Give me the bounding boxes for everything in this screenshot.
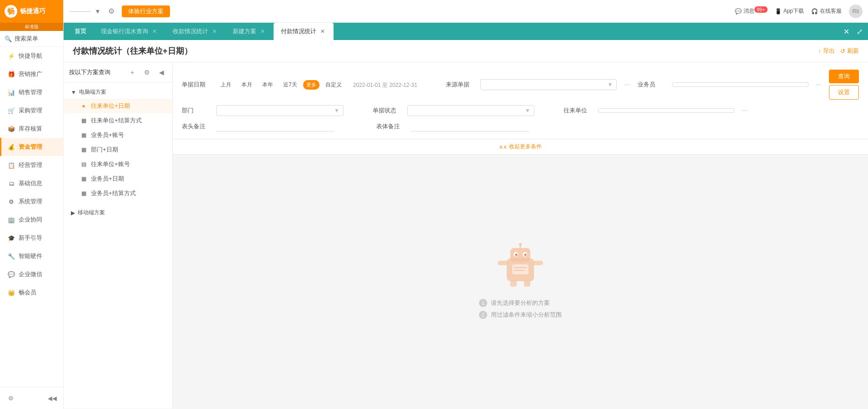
scheme-settings-btn[interactable]: ⚙ [141,67,152,78]
source-dots[interactable]: ··· [624,81,630,89]
page-header: 付款情况统计（往来单位+日期） ↑ 导出 ↺ 刷新 [64,40,868,62]
sidebar-item-system[interactable]: ⚙系统管理 [0,192,63,211]
sidebar-label-system: 系统管理 [19,197,42,206]
close-all-tabs-btn[interactable]: ✕ [842,25,851,38]
custom-btn[interactable]: 自定义 [321,80,346,90]
app-download-btn[interactable]: 📱 App下载 [775,7,804,15]
add-scheme-btn[interactable]: + [127,67,138,78]
tab-receivables[interactable]: 收款情况统计✕ [165,23,225,40]
sidebar-item-marketing[interactable]: 🎁营销推广 [0,65,63,83]
sidebar-item-sales[interactable]: 📊销售管理 [0,83,63,101]
sidebar-item-operations[interactable]: 📋经营管理 [0,156,63,174]
breadcrumb-chevron[interactable]: ▼ [95,8,101,15]
sidebar-item-finance[interactable]: 💰资金管理 [0,138,63,156]
sidebar-item-quick-nav[interactable]: ⚡快捷导航 [0,47,63,65]
logo-main: 畅捷通巧 [20,8,45,15]
query-btn[interactable]: 查询 [829,70,859,83]
collapse-bar[interactable]: ∧∧ 收起更多条件 [173,139,868,155]
topbar-gear-btn[interactable]: ⚙ [105,5,118,18]
sidebar-label-quick-nav: 快捷导航 [19,52,42,60]
customer-service-btn[interactable]: 🎧 在线客服 [811,7,842,15]
tip-num-2: 2 [479,311,487,319]
scheme-item-unit-account[interactable]: ▤往来单位+账号 [64,157,172,172]
export-btn[interactable]: ↑ 导出 [818,47,835,55]
scheme-icon-staff-account: ▦ [80,131,87,139]
last-7-btn[interactable]: 近7天 [279,80,301,90]
sidebar-item-enterprise[interactable]: 🏢企业协同 [0,211,63,229]
sidebar-label-wechat: 企业微信 [19,270,42,278]
tab-home[interactable]: 首页 [67,23,94,40]
filter-area: 单据日期 上月 本月 本年 近7天 更多 自定义 2022-01-01 至 20… [173,62,868,139]
tab-new-scheme[interactable]: 新建方案✕ [225,23,274,40]
this-year-btn[interactable]: 本年 [258,80,277,90]
trial-btn[interactable]: 体验行业方案 [122,5,170,17]
scheme-icon-staff-settlement: ▦ [80,190,87,197]
desktop-group-title[interactable]: ▼ 电脑端方案 [64,86,172,99]
sidebar-item-member[interactable]: 👑畅会员 [0,283,63,302]
scheme-icon-staff-date: ▦ [80,175,87,182]
sidebar-label-hardware: 智能硬件 [19,252,42,260]
partner-dots[interactable]: ··· [742,106,748,115]
scheme-item-staff-account[interactable]: ▦业务员+账号 [64,128,172,142]
collapse-left-btn[interactable]: ◀ [156,67,167,78]
logo-icon: 畅 [5,5,17,18]
search-menu[interactable]: 🔍 搜索菜单 [0,31,63,47]
sidebar-nav: ⚡快捷导航🎁营销推广📊销售管理🛒采购管理📦库存核算💰资金管理📋经营管理🗂基础信息… [0,47,63,387]
table-header-notes-label: 表头备注 [182,122,209,131]
tabs-right-actions: ✕ ⤢ [842,25,864,38]
sidebar-item-basic[interactable]: 🗂基础信息 [0,174,63,192]
refresh-btn[interactable]: ↺ 刷新 [840,47,859,55]
sidebar-item-wechat[interactable]: 💬企业微信 [0,265,63,283]
scheme-item-unit-date[interactable]: ●往来单位+日期 [64,99,172,113]
chevron-icon: ▼ [71,89,76,96]
close-tab-bank[interactable]: ✕ [151,28,158,35]
enterprise-icon: 🏢 [7,215,16,224]
table-body-notes-input[interactable] [411,121,529,131]
messages-btn[interactable]: 💬 消息 99+ [735,7,768,15]
dept-select[interactable]: ▼ [216,105,344,116]
user-avatar[interactable]: Rit [849,5,863,18]
sidebar-item-purchase[interactable]: 🛒采购管理 [0,101,63,120]
chevron-right-icon: ▶ [71,210,75,216]
purchase-icon: 🛒 [7,106,16,115]
maximize-btn[interactable]: ⤢ [855,25,864,38]
content-body: 按以下方案查询 + ⚙ ◀ ▼ 电脑端方案 ●往来单位+日期▦往来单位+结算方式… [64,62,868,409]
sidebar-label-purchase: 采购管理 [19,106,42,115]
headset-icon: 🎧 [811,8,818,15]
close-tab-receivables[interactable]: ✕ [211,28,218,35]
tab-payments[interactable]: 付款情况统计✕ [274,23,334,40]
svg-point-4 [515,254,518,256]
scheme-item-dept-date[interactable]: ▦部门+日期 [64,142,172,157]
guide-icon: 🎓 [7,233,16,242]
mobile-group-title[interactable]: ▶ 移动端方案 [64,206,172,219]
last-month-btn[interactable]: 上月 [216,80,235,90]
tab-label-bank: 现金银行流水查询 [101,27,148,35]
close-tab-payments[interactable]: ✕ [319,28,326,35]
filter-row-2: 部门 ▼ 单据状态 ▼ 往来单位 [182,105,859,116]
tab-label-receivables: 收款情况统计 [173,27,208,35]
sidebar-item-inventory[interactable]: 📦库存核算 [0,120,63,138]
source-select[interactable]: ▼ [480,79,617,90]
svg-point-5 [524,254,527,256]
scheme-item-staff-date[interactable]: ▦业务员+日期 [64,172,172,186]
close-tab-new-scheme[interactable]: ✕ [259,28,266,35]
more-btn[interactable]: 更多 [303,80,319,90]
tab-bank[interactable]: 现金银行流水查询✕ [94,23,165,40]
staff-select[interactable] [672,82,808,87]
robot-svg [493,242,548,288]
scheme-item-unit-settlement[interactable]: ▦往来单位+结算方式 [64,113,172,128]
voucher-status-select[interactable]: ▼ [407,105,534,116]
empty-tips: 1 请先选择要分析的方案 2 用过滤条件来缩小分析范围 [479,297,562,321]
settings-btn[interactable]: 设置 [829,85,859,100]
collapse-sidebar-btn[interactable]: ◀◀ [45,391,60,405]
scheme-item-staff-settlement[interactable]: ▦业务员+结算方式 [64,186,172,201]
finance-icon: 💰 [7,142,16,151]
this-month-btn[interactable]: 本月 [237,80,256,90]
sidebar-item-hardware[interactable]: 🔧智能硬件 [0,247,63,265]
sidebar-item-guide[interactable]: 🎓新手引导 [0,229,63,247]
scheme-icon-unit-date: ● [80,102,87,110]
settings-bottom-btn[interactable]: ⚙ [4,391,18,405]
table-header-notes-input[interactable] [216,121,334,131]
staff-dots[interactable]: ··· [816,81,822,89]
partner-select[interactable] [598,108,734,113]
